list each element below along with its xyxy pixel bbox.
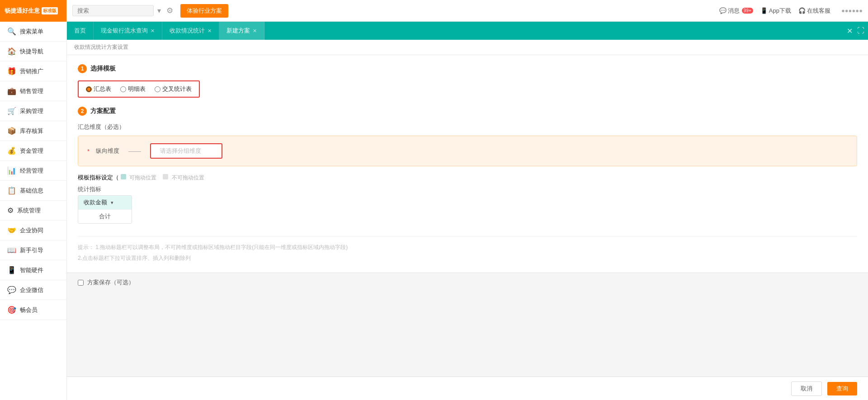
sidebar-item-search-menu[interactable]: 🔍 搜索菜单 [0,22,66,42]
handshake-icon: 🤝 [7,226,16,235]
tips-section: 提示： 1.拖动标题栏可以调整布局，不可跨维度或指标区域拖动栏目字段(只能在同一… [78,236,857,264]
step2-section: 2 方案配置 汇总维度（必选） * 纵向维度 —— 请选择分组维度 [78,107,857,264]
metrics-title: 模板指标设定（ 可拖动位置 不可拖动位置 [78,174,204,182]
sidebar-item-quick-nav[interactable]: 🏠 快捷导航 [0,42,66,61]
dimension-name: 纵向维度 [96,147,119,155]
sidebar-item-label: 销售管理 [20,87,43,95]
footer-actions: 取消 查询 [67,376,868,400]
dropdown-icon[interactable]: ▾ [157,6,161,15]
tab-bank-close[interactable]: ✕ [151,28,155,34]
tab-expand-icon[interactable]: ⛶ [857,27,864,35]
sidebar-item-label: 搜索菜单 [20,28,43,36]
chevron-down-icon: ▾ [111,200,113,206]
main-area: ▾ ⚙ 体验行业方案 💬 消息 99+ 📱 App下载 🎧 在线客服 ●●●●●… [67,0,868,400]
tab-home[interactable]: 首页 [67,22,94,40]
home-icon: 🏠 [7,47,16,56]
sidebar-item-guide[interactable]: 📖 新手引导 [0,240,66,260]
sidebar-item-label: 采购管理 [20,107,43,115]
dimension-box: * 纵向维度 —— 请选择分组维度 [78,136,857,166]
metrics-title-bar: 模板指标设定（ 可拖动位置 不可拖动位置 [78,174,857,182]
tips-line2: 2.点击标题栏下拉可设置排序、插入列和删除列 [78,253,857,264]
sidebar-item-inventory[interactable]: 📦 库存核算 [0,121,66,141]
box-icon: 📦 [7,127,16,135]
radio-detail[interactable]: 明细表 [120,85,146,93]
sidebar-item-label: 新手引导 [20,246,43,254]
radio-cross-input[interactable] [155,86,160,92]
app-download-button[interactable]: 📱 App下载 [760,7,791,15]
sidebar-item-label: 畅会员 [20,306,38,314]
radio-summary[interactable]: 汇总表 [86,85,111,93]
gift-icon: 🎁 [7,67,16,75]
online-service-button[interactable]: 🎧 在线客服 [798,7,830,15]
tab-new-plan[interactable]: 新建方案 ✕ [219,22,264,40]
sidebar-item-label: 营销推广 [20,67,43,75]
search-menu-icon: 🔍 [7,27,16,36]
template-selection: 汇总表 明细表 交叉统计表 [78,80,857,98]
radio-detail-input[interactable] [120,86,126,92]
sidebar-item-system[interactable]: ⚙ 系统管理 [0,201,66,221]
required-mark: * [87,148,90,155]
metrics-column-label: 统计指标 [78,186,101,193]
tabbar: 首页 现金银行流水查询 ✕ 收款情况统计 ✕ 新建方案 ✕ ✕ ⛶ [67,22,868,40]
dimension-arrow: —— [128,147,141,155]
msg-label: 消息 [728,7,740,15]
query-button[interactable]: 查询 [827,382,857,395]
tab-close-all-icon[interactable]: ✕ [847,27,853,35]
sidebar-item-finance[interactable]: 💰 资金管理 [0,141,66,161]
sidebar-item-label: 基础信息 [20,187,43,195]
dimension-section-label: 汇总维度（必选） [78,123,857,131]
sidebar-item-label: 系统管理 [17,207,41,215]
trial-button[interactable]: 体验行业方案 [180,4,228,18]
sidebar: 畅捷通好生意 标准版 🔍 搜索菜单 🏠 快捷导航 🎁 营销推广 💼 销售管理 🛒… [0,0,67,400]
sidebar-item-operations[interactable]: 📊 经营管理 [0,161,66,181]
radio-cross[interactable]: 交叉统计表 [155,85,192,93]
radio-summary-input[interactable] [86,86,92,92]
edition-badge: 标准版 [42,7,58,14]
tab-bank[interactable]: 现金银行流水查询 ✕ [94,22,162,40]
sidebar-item-marketing[interactable]: 🎁 营销推广 [0,61,66,81]
metrics-row: 合计 [78,209,132,223]
radio-summary-label: 汇总表 [94,85,111,93]
breadcrumb-text: 收款情况统计方案设置 [74,44,128,50]
gear-sidebar-icon: ⚙ [7,206,14,215]
message-button[interactable]: 💬 消息 99+ [719,7,753,15]
sidebar-item-member[interactable]: 🎯 畅会员 [0,300,66,320]
search-input[interactable] [72,5,154,16]
tab-receipt-label: 收款情况统计 [170,27,205,35]
metrics-header-label: 收款金额 [84,198,107,207]
dimension-select[interactable]: 请选择分组维度 [150,143,222,159]
tab-new-plan-close[interactable]: ✕ [253,28,257,34]
cancel-button[interactable]: 取消 [791,381,822,396]
draggable-dot [121,174,126,179]
sidebar-item-label: 库存核算 [20,127,43,135]
metrics-section: 模板指标设定（ 可拖动位置 不可拖动位置 统计指标 收款金额 [78,174,857,225]
step2-num: 2 [78,107,87,116]
sidebar-item-hardware[interactable]: 📱 智能硬件 [0,260,66,280]
sidebar-item-purchase[interactable]: 🛒 采购管理 [0,101,66,121]
sidebar-item-base-info[interactable]: 📋 基础信息 [0,181,66,201]
dimension-placeholder: 请选择分组维度 [160,147,201,154]
chart-icon: 📊 [7,166,16,175]
tab-bank-label: 现金银行流水查询 [101,27,148,35]
metrics-header[interactable]: 收款金额 ▾ [78,196,132,209]
cart-icon: 🛒 [7,107,16,115]
msg-badge: 99+ [742,8,753,14]
sidebar-item-label: 智能硬件 [20,266,43,274]
sidebar-item-label: 企业协同 [20,226,43,235]
sidebar-item-sales[interactable]: 💼 销售管理 [0,81,66,101]
sidebar-item-wechat[interactable]: 💬 企业微信 [0,280,66,300]
app-name: 畅捷通好生意 [5,7,40,15]
phone-icon: 📱 [7,266,16,274]
sidebar-item-cooperation[interactable]: 🤝 企业协同 [0,221,66,240]
step1-num: 1 [78,64,87,73]
tab-receipt-close[interactable]: ✕ [208,28,212,34]
step2-header: 2 方案配置 [78,107,857,116]
tab-new-plan-label: 新建方案 [226,27,250,35]
radio-detail-label: 明细表 [128,85,146,93]
settings-icon[interactable]: ⚙ [166,6,173,15]
download-label: App下载 [769,7,791,15]
topbar-right: 💬 消息 99+ 📱 App下载 🎧 在线客服 ●●●●●● [719,7,863,15]
tab-receipt[interactable]: 收款情况统计 ✕ [162,22,219,40]
tips-line1: 提示： 1.拖动标题栏可以调整布局，不可跨维度或指标区域拖动栏目字段(只能在同一… [78,242,857,253]
save-checkbox[interactable] [78,280,84,286]
